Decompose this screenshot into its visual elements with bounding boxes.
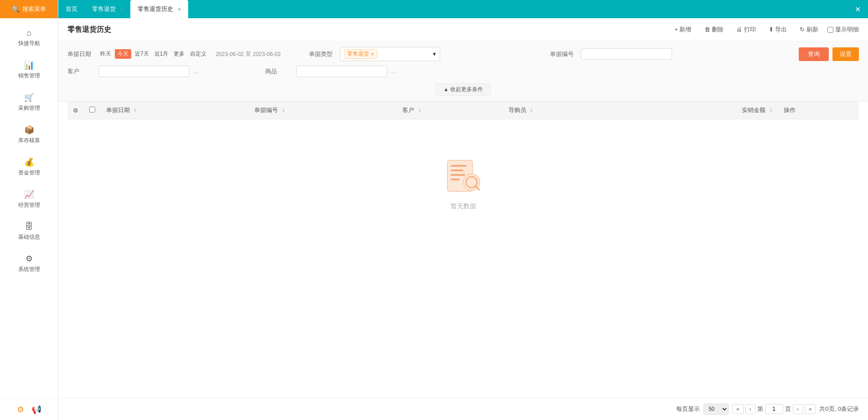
- goods-ellipsis[interactable]: ...: [391, 68, 396, 75]
- date-shortcuts: 昨天 今天 近7天 近1月 更多 自定义: [98, 49, 208, 59]
- customer-label: 客户: [67, 67, 95, 76]
- show-detail-checkbox[interactable]: 显示明细: [827, 26, 859, 34]
- tab-retail-return-close[interactable]: ×: [120, 6, 123, 12]
- print-button[interactable]: 🖨 打印: [733, 24, 760, 36]
- date-btn-custom[interactable]: 自定义: [188, 49, 208, 59]
- svg-rect-1: [451, 165, 467, 167]
- pagination: 每页显示 50 100 « ‹ 第 页 › » 共0页, 0条记录: [58, 398, 868, 420]
- sidebar-search[interactable]: 🔍 搜索菜单: [0, 0, 58, 18]
- tab-retail-return[interactable]: 零售退货 ×: [85, 0, 130, 18]
- page-first-button[interactable]: «: [732, 404, 744, 414]
- tab-home-label: 首页: [66, 5, 77, 13]
- col-date-label: 单据日期: [106, 107, 130, 113]
- doc-number-input[interactable]: [581, 48, 672, 60]
- purchase-icon: 🛒: [24, 92, 34, 102]
- data-table: ⚙ 单据日期 ⇕ 单据编号 ⇕: [67, 102, 859, 119]
- table-head: ⚙ 单据日期 ⇕ 单据编号 ⇕: [67, 102, 859, 119]
- tab-retail-return-history[interactable]: 零售退货历史 ×: [130, 0, 188, 18]
- table-col-customer[interactable]: 客户 ⇕: [397, 102, 503, 119]
- sales-icon: 📊: [24, 60, 34, 70]
- export-button[interactable]: ⬆ 导出: [765, 24, 791, 36]
- date-btn-more[interactable]: 更多: [172, 49, 186, 59]
- doc-type-tag-close[interactable]: ×: [371, 51, 374, 57]
- sort-number-icon: ⇕: [282, 108, 285, 113]
- table-col-amount[interactable]: 实销金额 ⇕: [630, 102, 778, 119]
- goods-input[interactable]: [296, 66, 387, 77]
- sidebar-item-sales[interactable]: 📊 销售管理: [0, 54, 58, 86]
- date-range-end: 2023-06-02: [253, 51, 281, 57]
- settings-footer-icon[interactable]: ⚙: [17, 405, 24, 415]
- tabs-bar: 首页 零售退货 × 零售退货历史 × ✕: [58, 0, 868, 18]
- sort-guide-icon: ⇕: [529, 108, 533, 113]
- table-col-action: 操作: [778, 102, 859, 119]
- inventory-icon: 📦: [24, 125, 34, 135]
- page-title: 零售退货历史: [67, 25, 111, 40]
- sidebar-item-label: 库存核算: [18, 137, 40, 144]
- date-range-to: 至: [246, 50, 251, 58]
- table-col-date[interactable]: 单据日期 ⇕: [101, 102, 249, 119]
- page-last-button[interactable]: »: [805, 404, 816, 414]
- settings-button[interactable]: 设置: [832, 47, 859, 61]
- goods-label: 商品: [265, 67, 293, 76]
- window-close-button[interactable]: ✕: [855, 5, 868, 14]
- doc-type-dropdown-icon: ▾: [433, 51, 436, 57]
- sidebar-item-label: 系统管理: [18, 266, 40, 273]
- sidebar-item-finance[interactable]: 💰 资金管理: [0, 151, 58, 183]
- sidebar-item-label: 销售管理: [18, 72, 40, 80]
- date-btn-yesterday[interactable]: 昨天: [98, 49, 113, 59]
- delete-button[interactable]: 🗑 删除: [701, 24, 728, 36]
- total-info: 共0页, 0条记录: [819, 405, 859, 413]
- sidebar-item-inventory[interactable]: 📦 库存核算: [0, 118, 58, 151]
- customer-input[interactable]: [98, 66, 190, 77]
- per-page-select[interactable]: 50 100: [704, 404, 729, 415]
- show-detail-input[interactable]: [827, 27, 833, 33]
- sidebar-item-operations[interactable]: 📈 经营管理: [0, 183, 58, 215]
- tab-retail-return-history-label: 零售退货历史: [138, 5, 173, 13]
- main-area: 首页 零售退货 × 零售退货历史 × ✕ 零售退货历史 + 新增 🗑 删除 🖨 …: [58, 0, 868, 420]
- empty-text: 暂无数据: [451, 202, 476, 210]
- sidebar-search-label: 搜索菜单: [22, 5, 46, 13]
- filter-area: 单据日期 昨天 今天 近7天 近1月 更多 自定义 2023-06-02 至 2…: [58, 41, 868, 102]
- table-col-guide[interactable]: 导购员 ⇕: [503, 102, 630, 119]
- customer-ellipsis[interactable]: ...: [193, 68, 198, 75]
- date-btn-today[interactable]: 今天: [115, 49, 131, 59]
- collapse-button[interactable]: ▲ 收起更多条件: [436, 83, 491, 96]
- refresh-button[interactable]: ↻ 刷新: [796, 24, 822, 36]
- col-customer-label: 客户: [402, 107, 414, 113]
- table-col-number[interactable]: 单据编号 ⇕: [249, 102, 397, 119]
- page-header: 零售退货历史 + 新增 🗑 删除 🖨 打印 ⬆ 导出 ↻ 刷新 显示明细: [58, 18, 868, 41]
- show-detail-label: 显示明细: [835, 26, 859, 34]
- table-col-checkbox[interactable]: [84, 102, 101, 119]
- svg-rect-4: [451, 179, 460, 180]
- date-btn-7days[interactable]: 近7天: [133, 49, 151, 59]
- table-col-settings[interactable]: ⚙: [67, 102, 84, 119]
- sidebar-item-basic-info[interactable]: 🗄 基础信息: [0, 215, 58, 247]
- query-button[interactable]: 查询: [799, 47, 829, 61]
- sidebar-item-label: 基础信息: [18, 233, 40, 241]
- filter-row-1: 单据日期 昨天 今天 近7天 近1月 更多 自定义 2023-06-02 至 2…: [67, 47, 859, 61]
- settings-icon: ⚙: [73, 107, 78, 114]
- sidebar-item-quick-nav[interactable]: ⌂ 快捷导航: [0, 22, 58, 54]
- sort-date-icon: ⇕: [134, 108, 137, 113]
- select-all-checkbox[interactable]: [89, 107, 95, 113]
- add-button[interactable]: + 新增: [671, 24, 695, 36]
- close-icon: ✕: [855, 5, 861, 13]
- page-next-button[interactable]: ›: [793, 404, 803, 414]
- tab-retail-return-history-close[interactable]: ×: [178, 6, 180, 12]
- speaker-icon[interactable]: 📢: [31, 405, 41, 415]
- doc-type-select[interactable]: 零售退货 × ▾: [340, 47, 440, 61]
- sidebar-item-system[interactable]: ⚙ 系统管理: [0, 247, 58, 280]
- doc-number-label: 单据编号: [550, 50, 577, 58]
- empty-svg-icon: [441, 156, 486, 197]
- date-btn-1month[interactable]: 近1月: [153, 49, 170, 59]
- empty-state: 暂无数据: [67, 119, 859, 247]
- table-header-row: ⚙ 单据日期 ⇕ 单据编号 ⇕: [67, 102, 859, 119]
- tab-home[interactable]: 首页: [58, 0, 85, 18]
- page-nav: « ‹ 第 页 › »: [732, 404, 816, 414]
- col-action-label: 操作: [784, 107, 796, 113]
- per-page-label: 每页显示: [676, 405, 700, 413]
- page-number-input[interactable]: [765, 404, 783, 414]
- page-prev-button[interactable]: ‹: [745, 404, 755, 414]
- sidebar-item-purchase[interactable]: 🛒 采购管理: [0, 86, 58, 118]
- sidebar: 🔍 搜索菜单 ⌂ 快捷导航 📊 销售管理 🛒 采购管理 📦 库存核算 💰 资金管…: [0, 0, 58, 420]
